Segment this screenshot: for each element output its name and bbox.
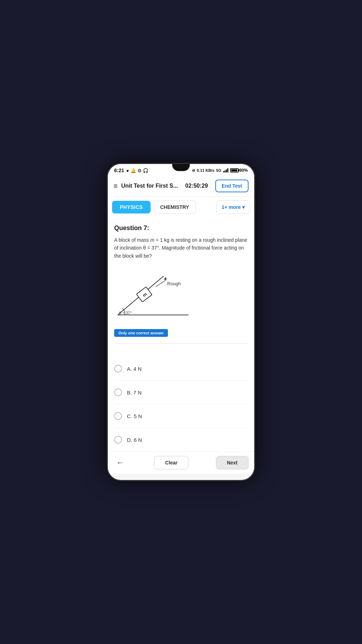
- signal-bars-icon: [223, 168, 228, 172]
- radio-button-a[interactable]: [114, 365, 122, 373]
- svg-marker-5: [164, 277, 167, 280]
- signal-dot-icon: ●: [126, 168, 129, 173]
- option-label-c: C. 5 N: [127, 413, 142, 419]
- option-item-c[interactable]: C. 5 N: [114, 404, 248, 428]
- bottom-bar: ← Clear Next: [108, 451, 254, 474]
- question-number: Question 7:: [114, 224, 248, 232]
- bell-icon: 🔔: [130, 168, 136, 173]
- status-icons: ● 🔔 ⊙ 🎧: [126, 168, 148, 173]
- header-left: ≡ Unit Test for First S...: [113, 182, 178, 190]
- option-label-d: D. 6 N: [127, 437, 142, 443]
- test-timer: 02:50:29: [185, 183, 208, 189]
- options-container: A. 4 N B. 7 N C. 5 N D. 6 N: [108, 357, 254, 451]
- incline-diagram: m Rough θ = 37°: [114, 265, 192, 322]
- network-icon: ⊖: [192, 168, 195, 173]
- option-item-a[interactable]: A. 4 N: [114, 357, 248, 381]
- network-speed: 0.11 KB/s: [197, 168, 215, 172]
- svg-line-4: [156, 280, 167, 287]
- subject-tabs: PHYSICS CHEMISTRY 1+ more ▾: [108, 197, 254, 217]
- network-type: 5G: [216, 168, 221, 172]
- option-label-a: A. 4 N: [127, 366, 142, 372]
- clear-button[interactable]: Clear: [154, 456, 188, 469]
- battery-percent: 90%: [239, 168, 248, 173]
- phone-frame: 6:21 ● 🔔 ⊙ 🎧 ⊖ 0.11 KB/s 5G 90%: [107, 163, 255, 481]
- next-button[interactable]: Next: [216, 456, 249, 469]
- hamburger-icon[interactable]: ≡: [113, 182, 118, 190]
- question-text: A block of mass m = 1 kg is resting on a…: [114, 236, 248, 260]
- answer-type-badge: Only one correct answer: [114, 329, 168, 337]
- tab-physics[interactable]: PHYSICS: [112, 201, 151, 213]
- option-label-b: B. 7 N: [127, 390, 142, 396]
- main-content: Question 7: A block of mass m = 1 kg is …: [108, 217, 254, 357]
- diagram-container: m Rough θ = 37°: [114, 265, 248, 322]
- radio-button-b[interactable]: [114, 388, 122, 396]
- tab-chemistry[interactable]: CHEMISTRY: [153, 200, 196, 214]
- radio-button-d[interactable]: [114, 436, 122, 444]
- tab-more[interactable]: 1+ more ▾: [216, 200, 250, 214]
- header-title: Unit Test for First S...: [121, 183, 178, 189]
- status-time: 6:21: [114, 168, 124, 173]
- tab-more-label: 1+ more: [222, 204, 241, 210]
- divider: [114, 343, 248, 344]
- option-item-d[interactable]: D. 6 N: [114, 428, 248, 451]
- end-test-button[interactable]: End Test: [215, 180, 249, 192]
- headphone-icon: 🎧: [143, 168, 148, 173]
- svg-text:Rough: Rough: [167, 281, 181, 286]
- chevron-down-icon: ▾: [242, 204, 245, 210]
- svg-text:θ = 37°: θ = 37°: [119, 311, 132, 315]
- status-right: ⊖ 0.11 KB/s 5G 90%: [192, 168, 248, 173]
- back-button[interactable]: ←: [113, 457, 127, 469]
- option-item-b[interactable]: B. 7 N: [114, 381, 248, 404]
- battery-icon: 90%: [230, 168, 248, 173]
- status-left: 6:21 ● 🔔 ⊙ 🎧: [114, 168, 148, 173]
- radio-button-c[interactable]: [114, 412, 122, 420]
- app-header: ≡ Unit Test for First S... 02:50:29 End …: [108, 175, 254, 197]
- circle-icon: ⊙: [138, 168, 141, 173]
